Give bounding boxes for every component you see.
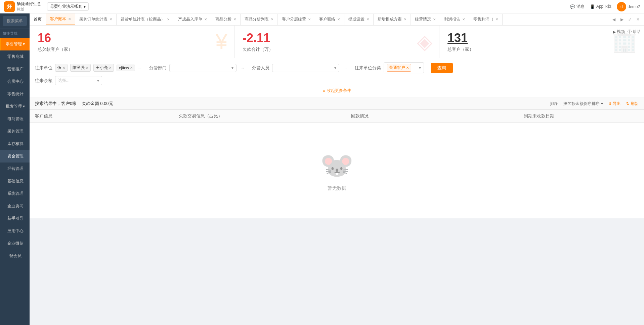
sidebar-item-label: 库存核算 xyxy=(7,141,24,146)
stat-card-debt: ◈ -2.11 欠款合计（万） xyxy=(234,26,439,58)
balance-selector[interactable]: 选择... ▾ xyxy=(55,76,102,85)
sidebar-item-jing-ying[interactable]: 经营管理 xyxy=(0,162,30,175)
tab-jing-ying[interactable]: 经营情况 ✕ xyxy=(411,14,440,25)
person-arrow-icon: ▾ xyxy=(334,66,336,70)
tab-label: 新增提成方案 xyxy=(378,16,402,22)
sidebar-item-pi-fa[interactable]: 批发管理 ▾ xyxy=(0,100,30,113)
tabs-expand-btn[interactable]: ⤢ xyxy=(627,16,633,23)
sidebar-item-ling-shou-mall[interactable]: 零售商城 xyxy=(0,50,30,63)
tab-close-icon[interactable]: ✕ xyxy=(167,17,170,21)
tab-close-icon[interactable]: ✕ xyxy=(110,17,112,21)
play-icon: ▶ xyxy=(613,30,616,34)
tab-label: 客户联络 xyxy=(319,16,335,22)
sidebar-item-cai-gou[interactable]: 采购管理 xyxy=(0,125,30,138)
query-button[interactable]: 查询 xyxy=(431,63,453,73)
result-summary: 搜索结果中，客户0家 xyxy=(35,101,77,106)
tab-stock-stats[interactable]: 进货单统计表（按商品） ✕ xyxy=(117,14,174,25)
tabs-controls: ◀ ▶ ⤢ ✕ xyxy=(608,16,644,23)
message-icon: 💬 xyxy=(570,4,575,9)
app-download-btn[interactable]: 📱 App下载 xyxy=(590,4,611,9)
messages-btn[interactable]: 💬 消息 xyxy=(570,4,585,9)
refresh-button[interactable]: ↻ 刷新 xyxy=(626,101,639,107)
sidebar-item-dian-shang[interactable]: 电商管理 xyxy=(0,113,30,125)
unit-type-tag: 普通客户 ✕ xyxy=(387,64,411,72)
tabs-next-btn[interactable]: ▶ xyxy=(618,16,625,23)
tab-close-icon[interactable]: ✕ xyxy=(204,17,207,21)
store-selector[interactable]: 母婴行业演示帐套 ▾ xyxy=(47,2,89,11)
sidebar-item-ling-shou-ji[interactable]: 零售统计 xyxy=(0,88,30,100)
tab-close-icon[interactable]: ✕ xyxy=(271,17,273,21)
tabs-prev-btn[interactable]: ◀ xyxy=(610,16,617,23)
person-selector[interactable]: ▾ xyxy=(272,64,339,72)
tab-customer-book[interactable]: 客户账本 ✕ xyxy=(46,13,75,25)
col-repay-info: 回款情况 xyxy=(351,113,523,119)
tab-close-icon[interactable]: ✕ xyxy=(462,17,465,21)
sort-selector[interactable]: 排序： 按欠款金额倒序排序 ▾ xyxy=(550,101,603,107)
sidebar-item-xi-tong[interactable]: 系统管理 xyxy=(0,187,30,200)
unit-type-selector[interactable]: 普通客户 ✕ ▾ xyxy=(384,62,424,73)
unit-type-arrow-icon: ▾ xyxy=(419,66,421,70)
help-btn[interactable]: ⓘ 帮助 xyxy=(628,29,641,35)
tab-close-icon[interactable]: ✕ xyxy=(433,17,436,21)
search-menu-button[interactable]: 搜索菜单 xyxy=(3,16,27,26)
dept-selector[interactable]: ▾ xyxy=(169,64,237,72)
sidebar-item-label: 采购管理 xyxy=(7,129,24,134)
sidebar-item-qi-ye-wei[interactable]: 企业微信 xyxy=(0,237,30,250)
logo-text-block: 畅捷通好生意 标版 xyxy=(17,1,41,12)
video-btn[interactable]: ▶ 视频 xyxy=(613,29,625,35)
dept-more-icon[interactable]: ··· xyxy=(241,66,244,70)
data-table: 客户信息 欠款交易信息（占比） 回款情况 到期未收款日期 🐭 暂无数据 xyxy=(30,110,644,218)
tab-add-ti-cheng[interactable]: 新增提成方案 ✕ xyxy=(374,14,411,25)
sidebar-item-qi-ye-xie[interactable]: 企业协同 xyxy=(0,200,30,212)
tab-close-icon[interactable]: ✕ xyxy=(308,17,311,21)
sidebar-item-hui-yuan[interactable]: 会员中心 xyxy=(0,75,30,88)
person-filter-label: 分管人员 xyxy=(252,65,269,71)
tab-cost-stock[interactable]: 产成品入库单 ✕ xyxy=(174,14,211,25)
tab-home[interactable]: 首页 xyxy=(30,14,46,25)
sidebar-item-chang-hui[interactable]: 畅会员 xyxy=(0,250,30,262)
export-label: 导出 xyxy=(613,101,621,107)
tab-close-icon[interactable]: ✕ xyxy=(404,17,406,21)
sidebar-search-area: 搜索菜单 xyxy=(0,13,30,29)
export-button[interactable]: ⬇ 导出 xyxy=(608,101,621,107)
tab-profit-report[interactable]: 利润报告 ✕ xyxy=(440,14,469,25)
result-bar: 搜索结果中，客户0家 欠款金额 0.00元 排序： 按欠款金额倒序排序 ▾ ⬇ … xyxy=(30,98,644,110)
table-header: 客户信息 欠款交易信息（占比） 回款情况 到期未收款日期 xyxy=(30,110,644,123)
sort-value: 按欠款金额倒序排序 xyxy=(563,101,600,107)
unit-type-label: 往来单位分类 xyxy=(355,65,381,71)
tab-close-icon[interactable]: ✕ xyxy=(496,17,498,21)
tab-close-icon[interactable]: ✕ xyxy=(233,17,236,21)
user-area[interactable]: d demo2 xyxy=(617,2,640,11)
tab-customer-tier[interactable]: 客户分层经营 ✕ xyxy=(278,14,315,25)
collapse-label: 收起更多条件 xyxy=(327,88,351,94)
sort-arrow-icon: ▾ xyxy=(601,101,603,106)
sidebar-item-ying-yong[interactable]: 应用中心 xyxy=(0,225,30,237)
tag-chen-close[interactable]: ✕ xyxy=(86,66,88,70)
collapse-btn[interactable]: ∧ 收起更多条件 xyxy=(35,88,639,94)
sidebar-item-zi-jin[interactable]: 资金管理 xyxy=(0,150,30,162)
tab-product-analysis[interactable]: 商品分析 ✕ xyxy=(211,14,241,25)
sidebar-item-xin-shou[interactable]: 新手引导 xyxy=(0,212,30,225)
more-tags-btn[interactable]: ... xyxy=(138,66,141,70)
tab-purchase-stats[interactable]: 采购订单统计表 ✕ xyxy=(75,14,117,25)
sidebar-item-ying-xiao[interactable]: 营销推广 xyxy=(0,63,30,75)
sidebar-item-ji-chu[interactable]: 基础信息 xyxy=(0,175,30,187)
empty-state: 🐭 暂无数据 xyxy=(30,123,644,218)
tab-product-analysis-list[interactable]: 商品分析列表 ✕ xyxy=(241,14,278,25)
tab-zero-profit[interactable]: 零售利润（ ✕ xyxy=(469,14,503,25)
tab-close-icon[interactable]: ✕ xyxy=(367,17,369,21)
stats-row: ¥ 16 总欠款客户（家） ◈ -2.11 欠款合计（万） 🏢 131 总客户（… xyxy=(30,26,644,58)
tag-wu-close[interactable]: ✕ xyxy=(62,66,65,70)
sidebar-item-ling-shou[interactable]: 零售管理 ▾ xyxy=(0,38,30,50)
top-bar-right: 💬 消息 📱 App下载 d demo2 xyxy=(570,2,640,11)
tag-cjttcw-close[interactable]: ✕ xyxy=(130,66,133,70)
tab-customer-book-close[interactable]: ✕ xyxy=(68,17,71,21)
tab-ti-cheng[interactable]: 提成设置 ✕ xyxy=(344,14,374,25)
sidebar-item-ku-cun[interactable]: 库存核算 xyxy=(0,138,30,150)
tab-close-icon[interactable]: ✕ xyxy=(337,17,340,21)
tag-wang-close[interactable]: ✕ xyxy=(109,66,112,70)
unit-type-tag-close[interactable]: ✕ xyxy=(406,66,409,70)
person-more-icon[interactable]: ··· xyxy=(343,66,347,70)
tab-customer-contact[interactable]: 客户联络 ✕ xyxy=(315,14,344,25)
tabs-close-btn[interactable]: ✕ xyxy=(635,16,641,23)
